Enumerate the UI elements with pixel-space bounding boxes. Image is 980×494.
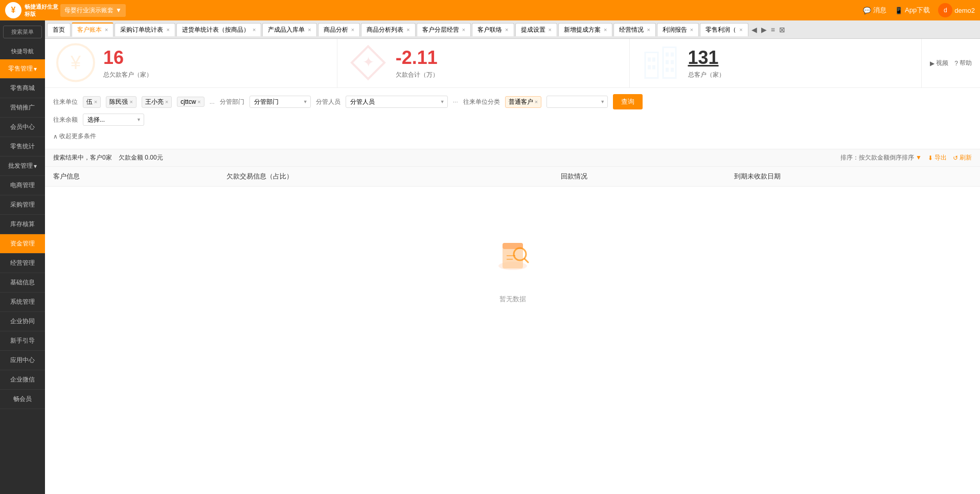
sidebar-item-inventory-check[interactable]: 库存核算 xyxy=(0,215,45,234)
video-help-btn[interactable]: ▶ 视频 xyxy=(930,59,948,68)
sidebar-item-enterprise-wechat[interactable]: 企业微信 xyxy=(0,370,45,390)
sidebar-item-finance-mgmt[interactable]: 资金管理 xyxy=(0,234,45,254)
tab-new-promotion-plan[interactable]: 新增提成方案 × xyxy=(558,23,612,36)
search-btn[interactable]: 查询 xyxy=(613,94,643,109)
tab-next-btn[interactable]: ▶ xyxy=(759,26,769,34)
tab-product-analysis[interactable]: 商品分析 × xyxy=(318,23,360,36)
tab-close-purchase-order-stats[interactable]: × xyxy=(166,27,169,33)
col-repayment: 回款情况 xyxy=(553,167,726,187)
tab-purchase-stats-by-product[interactable]: 进货单统计表（按商品） × xyxy=(176,23,261,36)
user-menu-btn[interactable]: d demo2 xyxy=(938,3,975,17)
filter-tag-wangxiaoliang: 王小亮 × xyxy=(142,96,172,108)
stat-all-customers-label: 总客户（家） xyxy=(688,71,725,79)
tab-close-business-status[interactable]: × xyxy=(647,27,650,33)
tab-profit-report[interactable]: 利润报告 × xyxy=(657,23,699,36)
tab-close-profit-report[interactable]: × xyxy=(690,27,693,33)
filter-balance-select[interactable]: 选择... xyxy=(83,114,144,126)
filter-unit-category-select[interactable] xyxy=(546,96,608,108)
filter-dept-select[interactable]: 分管部门 xyxy=(249,96,311,108)
message-btn[interactable]: 💬 消息 xyxy=(863,6,886,15)
quick-nav-btn[interactable]: 快捷导航 xyxy=(0,43,45,59)
tab-close-promotion-settings[interactable]: × xyxy=(549,27,552,33)
svg-rect-7 xyxy=(652,57,655,61)
search-menu-btn[interactable]: 搜索菜单 xyxy=(3,26,42,38)
tab-close-product-analysis-list[interactable]: × xyxy=(406,27,409,33)
tab-close-product-inbound[interactable]: × xyxy=(308,27,311,33)
main-content: ¥ 16 总欠款客户（家） ✦ -2.11 欠款合计（万） xyxy=(45,39,980,494)
filter-more-tags[interactable]: ... xyxy=(210,98,215,105)
tab-customer-segment[interactable]: 客户分层经营 × xyxy=(417,23,471,36)
export-btn[interactable]: ⬇ 导出 xyxy=(928,153,947,162)
tab-prev-btn[interactable]: ◀ xyxy=(749,26,759,34)
filter-tag-chenminqiang: 陈民强 × xyxy=(106,96,136,108)
col-customer-info: 客户信息 xyxy=(45,167,218,187)
tab-close-customer-segment[interactable]: × xyxy=(462,27,465,33)
tab-product-inbound[interactable]: 产成品入库单 × xyxy=(262,23,316,36)
filter-unit-category-label: 往来单位分类 xyxy=(463,98,500,106)
help-btn[interactable]: ? 帮助 xyxy=(954,59,972,68)
tab-list-btn[interactable]: ≡ xyxy=(769,26,777,34)
tab-close-customer-connect[interactable]: × xyxy=(505,27,508,33)
filter-tag-chenminqiang-close[interactable]: × xyxy=(129,99,132,105)
results-right: 排序：按欠款金额倒序排序 ▼ ⬇ 导出 ↺ 刷新 xyxy=(840,153,972,162)
tab-retail-profit[interactable]: 零售利润（ × xyxy=(700,23,748,36)
sidebar-item-ecommerce-mgmt[interactable]: 电商管理 xyxy=(0,176,45,195)
tab-close-new-promotion-plan[interactable]: × xyxy=(604,27,607,33)
filter-area: 往来单位 伍 × 陈民强 × 王小亮 × xyxy=(45,88,980,149)
svg-rect-9 xyxy=(652,65,655,69)
filter-tag-wu-close[interactable]: × xyxy=(94,99,97,105)
sidebar-item-purchase-mgmt[interactable]: 采购管理 xyxy=(0,195,45,215)
tab-close-retail-profit[interactable]: × xyxy=(739,27,742,33)
svg-rect-10 xyxy=(666,52,669,56)
svg-text:¥: ¥ xyxy=(70,52,81,73)
tab-customer-account[interactable]: 客户账本 × xyxy=(72,23,113,37)
filter-person-select[interactable]: 分管人员 xyxy=(346,96,448,108)
sidebar-item-member-center[interactable]: 会员中心 xyxy=(0,118,45,137)
filter-tag-cjttcw-close[interactable]: × xyxy=(197,99,200,105)
collapse-btn[interactable]: ∧ 收起更多条件 xyxy=(53,132,972,141)
sidebar: 搜索菜单 快捷导航 零售管理 ▾ 零售商城 营销推广 会员中心 零售统计 批发管… xyxy=(0,20,45,494)
tab-customer-connect[interactable]: 客户联络 × xyxy=(472,23,514,36)
filter-person-more[interactable]: ··· xyxy=(453,98,458,105)
nav-selector[interactable]: 母婴行业演示账套 ▼ xyxy=(60,4,126,17)
stats-row: ¥ 16 总欠款客户（家） ✦ -2.11 欠款合计（万） xyxy=(45,39,980,88)
stat-debt-label: 欠款合计（万） xyxy=(396,71,439,79)
tab-close-purchase-stats-by-product[interactable]: × xyxy=(253,27,256,33)
refresh-btn[interactable]: ↺ 刷新 xyxy=(953,153,972,162)
sidebar-item-member-plus[interactable]: 畅会员 xyxy=(0,390,45,409)
filter-tag-normal-customer-close[interactable]: × xyxy=(535,99,538,105)
sidebar-item-ops-mgmt[interactable]: 经营管理 xyxy=(0,254,45,273)
sidebar-item-system-mgmt[interactable]: 系统管理 xyxy=(0,293,45,312)
sidebar-item-marketing[interactable]: 营销推广 xyxy=(0,98,45,118)
tab-home[interactable]: 首页 xyxy=(47,23,71,36)
tab-close-product-analysis[interactable]: × xyxy=(351,27,354,33)
stat-bg-building-icon xyxy=(640,42,681,84)
sidebar-item-new-user-guide[interactable]: 新手引导 xyxy=(0,331,45,351)
avatar: d xyxy=(938,3,952,17)
app-download-btn[interactable]: 📱 App下载 xyxy=(895,6,930,15)
logo-icon: ¥ xyxy=(5,2,21,18)
filter-tag-wangxiaoliang-close[interactable]: × xyxy=(165,99,168,105)
logo: ¥ 畅捷通好生意 标版 xyxy=(5,2,58,18)
svg-rect-12 xyxy=(666,60,669,64)
tab-close-customer-account[interactable]: × xyxy=(105,27,108,33)
tab-purchase-order-stats[interactable]: 采购订单统计表 × xyxy=(115,23,175,36)
sidebar-item-enterprise-agreement[interactable]: 企业协同 xyxy=(0,312,45,331)
sidebar-item-wholesale-mgmt[interactable]: 批发管理 ▾ xyxy=(0,156,45,176)
sidebar-item-basic-info[interactable]: 基础信息 xyxy=(0,273,45,293)
tab-close-all-btn[interactable]: ⊠ xyxy=(777,26,787,34)
results-summary: 搜索结果中，客户0家 欠款金额 0.00元 xyxy=(53,153,163,162)
svg-rect-15 xyxy=(671,68,674,72)
collapse-row: ∧ 收起更多条件 xyxy=(53,130,972,143)
sidebar-item-app-center[interactable]: 应用中心 xyxy=(0,351,45,370)
sidebar-item-retail-mall[interactable]: 零售商城 xyxy=(0,79,45,98)
filter-tag-wu: 伍 × xyxy=(83,96,101,108)
sidebar-item-retail-mgmt[interactable]: 零售管理 ▾ xyxy=(0,59,45,79)
stat-all-customers-value[interactable]: 131 xyxy=(688,47,725,69)
svg-rect-13 xyxy=(671,60,674,64)
tab-product-analysis-list[interactable]: 商品分析列表 × xyxy=(361,23,415,36)
tab-business-status[interactable]: 经营情况 × xyxy=(613,23,655,36)
tab-promotion-settings[interactable]: 提成设置 × xyxy=(515,23,557,36)
sidebar-item-retail-stats[interactable]: 零售统计 xyxy=(0,137,45,156)
data-table-container: 客户信息 欠款交易信息（占比） 回款情况 到期未收款日期 xyxy=(45,167,980,187)
